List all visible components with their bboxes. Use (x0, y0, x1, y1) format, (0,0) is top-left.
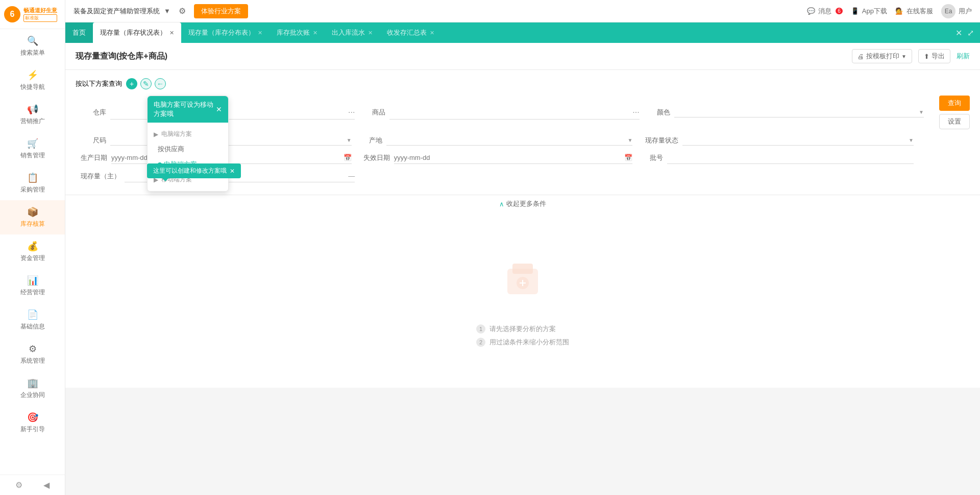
marketing-icon: 📢 (27, 104, 38, 115)
collapse-arrow-icon: ∧ (499, 200, 504, 208)
inventory-icon: 📦 (27, 206, 38, 218)
product-dots[interactable]: ··· (632, 108, 639, 117)
scheme-tooltip: 这里可以创建和修改方案哦 ✕ (147, 163, 241, 178)
app-icon: 📱 (851, 7, 859, 15)
desktop-scheme-header: ▶电脑端方案 (148, 127, 228, 142)
tab-inventory-dist[interactable]: 现存量（库存分布表） ✕ (181, 22, 270, 43)
batch-label: 批号 (643, 153, 663, 162)
sidebar-collapse-btn[interactable]: ◀ (43, 480, 50, 490)
batch-input[interactable] (667, 152, 914, 164)
tab-actions: ✕ ⤢ (949, 28, 980, 38)
sidebar-footer: ⚙ ◀ (0, 475, 65, 495)
header-right: 💬 消息 6 📱 App下载 💁 在线客服 Ea 用户 (807, 4, 972, 18)
sidebar-item-quick-nav[interactable]: ⚡ 快捷导航 (0, 63, 65, 98)
tab-close-batch-account[interactable]: ✕ (313, 30, 317, 36)
sidebar-item-operations[interactable]: 📊 经营管理 (0, 269, 65, 303)
sidebar-item-inventory[interactable]: 📦 库存核算 (0, 200, 65, 234)
scheme-popup-close-btn[interactable]: ✕ (216, 105, 222, 113)
online-support-btn[interactable]: 💁 在线客服 (895, 7, 933, 16)
empty-steps: 1 请先选择要分析的方案 2 用过滤条件来缩小分析范围 (476, 324, 569, 347)
empty-step-2: 2 用过滤条件来缩小分析范围 (476, 338, 569, 347)
system-title: 装备及固定资产辅助管理系统 ▼ (74, 7, 170, 16)
tab-inventory-status[interactable]: 现存量（库存状况表） ✕ (93, 22, 181, 43)
scheme-tooltip-close-btn[interactable]: ✕ (230, 168, 235, 175)
finance-icon: 💰 (27, 241, 38, 252)
filter-header: 按以下方案查询 + ✎ ← (76, 78, 970, 89)
filter-label: 按以下方案查询 (76, 79, 122, 88)
origin-select[interactable]: ▼ (386, 135, 633, 146)
main-content: 装备及固定资产辅助管理系统 ▼ ⚙ 体验行业方案 💬 消息 6 📱 App下载 … (65, 0, 980, 495)
app-download-btn[interactable]: 📱 App下载 (851, 7, 887, 16)
scheme-item-supplier[interactable]: 按供应商 (148, 142, 228, 157)
tab-close-inventory-dist[interactable]: ✕ (258, 30, 262, 36)
sidebar-item-system[interactable]: ⚙ 系统管理 (0, 337, 65, 371)
print-btn[interactable]: 🖨 按模板打印 ▼ (852, 49, 912, 63)
message-btn[interactable]: 💬 消息 6 (807, 7, 843, 16)
filter-back-btn[interactable]: ← (155, 78, 166, 89)
tab-bar: 首页 现存量（库存状况表） ✕ 现存量（库存分布表） ✕ 库存批次账 ✕ 出入库… (65, 22, 980, 43)
search-reset-group: 查询 设置 (939, 96, 970, 129)
stock-range-sep: — (348, 172, 355, 180)
stock-status-label: 现存量状态 (643, 136, 678, 145)
quick-nav-icon: ⚡ (27, 69, 38, 81)
sidebar-item-purchase[interactable]: 📋 采购管理 (0, 166, 65, 200)
search-btn[interactable]: 查询 (939, 96, 970, 111)
stock-main-label: 现存量（主） (81, 172, 120, 181)
tab-close-all-btn[interactable]: ✕ (955, 28, 962, 38)
tab-close-inventory-status[interactable]: ✕ (169, 30, 174, 36)
collapse-btn[interactable]: ∧ 收起更多条件 (499, 199, 546, 208)
filter-add-btn[interactable]: + (126, 78, 137, 89)
product-label: 商品 (365, 108, 385, 117)
system-icon: ⚙ (29, 343, 37, 355)
warehouse-dots[interactable]: ··· (348, 108, 355, 117)
page-header: 现存量查询(按仓库+商品) 🖨 按模板打印 ▼ ⬆ 导出 刷新 (65, 43, 980, 70)
support-icon: 💁 (895, 7, 903, 15)
purchase-icon: 📋 (27, 172, 38, 183)
export-btn[interactable]: ⬆ 导出 (918, 49, 950, 63)
size-label: 尺码 (81, 136, 106, 145)
logo-text: 畅通道好生意 标准版 (23, 7, 57, 22)
avatar: Ea (941, 4, 955, 18)
stock-status-select[interactable]: ▼ (682, 135, 914, 146)
tab-home[interactable]: 首页 (65, 22, 93, 43)
sidebar-nav: 🔍 搜索菜单 ⚡ 快捷导航 📢 营销推广 🛒 销售管理 📋 采购管理 📦 库存核… (0, 29, 65, 475)
filter-edit-btn[interactable]: ✎ (140, 78, 152, 89)
sidebar-settings-btn[interactable]: ⚙ (15, 480, 22, 490)
expiry-date-input[interactable] (394, 154, 623, 161)
sidebar-item-search-menu[interactable]: 🔍 搜索菜单 (0, 29, 65, 63)
prod-date-calendar-icon[interactable]: 📅 (344, 154, 352, 161)
tab-expand-btn[interactable]: ⤢ (967, 28, 974, 38)
basic-icon: 📄 (27, 309, 38, 320)
sidebar-item-guide[interactable]: 🎯 新手引导 (0, 406, 65, 440)
header-settings-btn[interactable]: ⚙ (179, 6, 186, 16)
size-select[interactable]: ▼ (110, 135, 352, 146)
sales-icon: 🛒 (27, 138, 38, 149)
sidebar-item-marketing[interactable]: 📢 营销推广 (0, 98, 65, 132)
expiry-date-calendar-icon[interactable]: 📅 (624, 154, 632, 161)
tab-batch-account[interactable]: 库存批次账 ✕ (270, 22, 325, 43)
sidebar-item-sales[interactable]: 🛒 销售管理 (0, 132, 65, 166)
tab-recv-summary[interactable]: 收发存汇总表 ✕ (380, 22, 442, 43)
empty-state: 1 请先选择要分析的方案 2 用过滤条件来缩小分析范围 (65, 213, 980, 388)
svg-rect-1 (512, 264, 533, 274)
filter-panel: 按以下方案查询 + ✎ ← 电脑方案可设为移动方案哦 ✕ ▶电脑端方案 按供应 (65, 70, 980, 195)
prod-date-label: 生产日期 (81, 153, 107, 162)
tab-close-in-out-flow[interactable]: ✕ (368, 30, 373, 36)
refresh-btn[interactable]: 刷新 (957, 52, 970, 61)
user-area[interactable]: Ea 用户 (941, 4, 972, 18)
system-dropdown-arrow[interactable]: ▼ (164, 7, 170, 15)
origin-label: 产地 (362, 136, 382, 145)
reset-btn[interactable]: 设置 (939, 114, 970, 129)
collapse-bar[interactable]: ∧ 收起更多条件 (65, 195, 980, 213)
export-icon: ⬆ (924, 53, 929, 60)
trial-btn[interactable]: 体验行业方案 (194, 4, 248, 18)
filter-batch: 批号 (643, 152, 914, 164)
tab-in-out-flow[interactable]: 出入库流水 ✕ (325, 22, 380, 43)
search-menu-icon: 🔍 (27, 35, 38, 46)
tab-close-recv-summary[interactable]: ✕ (430, 30, 434, 36)
sidebar-item-basic[interactable]: 📄 基础信息 (0, 303, 65, 337)
sidebar-item-enterprise[interactable]: 🏢 企业协同 (0, 371, 65, 406)
logo-icon: 6 (4, 6, 20, 22)
empty-state-icon (497, 253, 548, 314)
sidebar-item-finance[interactable]: 💰 资金管理 (0, 234, 65, 269)
